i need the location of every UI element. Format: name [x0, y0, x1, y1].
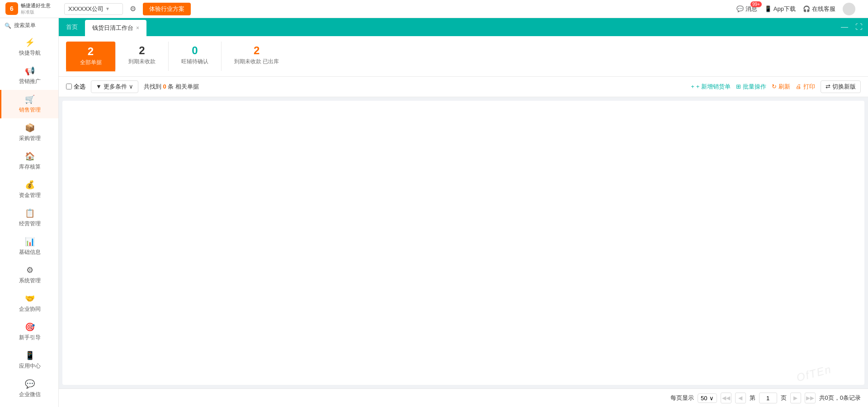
batch-icon: ⊞ [736, 83, 741, 90]
guide-icon: 🎯 [25, 322, 35, 332]
sidebar-item-basic[interactable]: 📊 基础信息 [0, 232, 58, 261]
found-count: 0 [163, 83, 166, 90]
search-menu-label: 搜索菜单 [14, 22, 36, 29]
first-page-button[interactable]: ◀◀ [721, 393, 731, 403]
app-name: 畅捷通好生意 [21, 2, 51, 9]
toolbar: 全选 ▼ 更多条件 ∨ 共找到 0 条 相关单据 + + 新增销货单 [59, 77, 868, 97]
content-area: 首页 钱货日清工作台 × — ⛶ 2 全部单据 2 到期未收款 [59, 18, 868, 407]
pagination: 每页显示 50 ∨ ◀◀ ◀ 第 页 ▶ ▶▶ 共0页，0条记录 [59, 388, 868, 407]
card-all[interactable]: 2 全部单据 [66, 42, 116, 71]
new-sale-label: + 新增销货单 [696, 83, 731, 91]
cooperation-icon: 🤝 [25, 294, 35, 304]
page-number-input[interactable] [759, 393, 777, 403]
per-page-label: 每页显示 [670, 394, 694, 402]
search-menu-btn[interactable]: 🔍 搜索菜单 [0, 18, 58, 33]
trial-button[interactable]: 体验行业方案 [143, 3, 191, 15]
app-download-link[interactable]: 📱 App下载 [764, 5, 796, 13]
tab-home-label: 首页 [66, 23, 78, 31]
batch-label: 批量操作 [743, 83, 766, 91]
found-text: 共找到 0 条 相关单据 [144, 83, 199, 91]
basic-label: 基础信息 [19, 248, 41, 256]
prev-page-button[interactable]: ◀ [735, 393, 746, 403]
app-download-label: App下载 [774, 5, 796, 13]
sales-icon: 🛒 [25, 94, 35, 104]
card-pending-number: 0 [192, 45, 198, 56]
filter-button[interactable]: ▼ 更多条件 ∨ [91, 80, 138, 93]
apps-label: 应用中心 [19, 362, 41, 370]
marketing-label: 营销推广 [19, 78, 41, 85]
marketing-icon: 📢 [25, 66, 35, 76]
select-all-label: 全选 [74, 83, 85, 91]
page-suffix: 页 [781, 394, 787, 402]
switch-label: 切换新版 [832, 83, 856, 91]
top-header: 6 畅捷通好生意 标准版 XXXXXX公司 ▼ ⚙ 体验行业方案 💬 消息 99… [0, 0, 868, 18]
sidebar-item-sales[interactable]: 🛒 销售管理 [0, 90, 58, 118]
sidebar-item-apps[interactable]: 📱 应用中心 [0, 346, 58, 374]
app-version: 标准版 [21, 9, 51, 15]
new-sale-button[interactable]: + + 新增销货单 [691, 83, 731, 91]
sidebar-item-guide[interactable]: 🎯 新手引导 [0, 318, 58, 346]
close-tab-icon[interactable]: × [136, 25, 139, 31]
refresh-icon: ↻ [772, 83, 777, 90]
per-page-selector[interactable]: 50 ∨ [698, 393, 717, 403]
message-area[interactable]: 💬 消息 99+ [736, 5, 757, 13]
card-overdue-uncollected[interactable]: 2 到期未收款 [116, 42, 169, 71]
switch-version-button[interactable]: ⇄ 切换新版 [821, 80, 861, 93]
select-all-input[interactable] [66, 84, 72, 89]
operations-label: 经营管理 [19, 220, 41, 228]
sidebar-item-cooperation[interactable]: 🤝 企业协同 [0, 289, 58, 318]
select-all-checkbox[interactable]: 全选 [66, 83, 85, 91]
found-suffix: 条 相关单据 [168, 83, 199, 90]
purchase-icon: 📦 [25, 123, 35, 133]
search-icon: 🔍 [5, 23, 11, 29]
filter-label: 更多条件 [104, 83, 127, 91]
card-pending-label: 旺辅待确认 [181, 58, 208, 65]
purchase-label: 采购管理 [19, 135, 41, 142]
per-page-chevron-icon: ∨ [709, 395, 714, 402]
table-area [62, 101, 864, 385]
card-overdue-shipped[interactable]: 2 到期未收款 已出库 [222, 42, 292, 71]
last-page-button[interactable]: ▶▶ [805, 393, 816, 403]
sidebar-item-finance[interactable]: 💰 资金管理 [0, 175, 58, 204]
next-page-button[interactable]: ▶ [790, 393, 801, 403]
guide-label: 新手引导 [19, 334, 41, 342]
chevron-down-icon: ▼ [105, 6, 110, 11]
sidebar-item-system[interactable]: ⚙ 系统管理 [0, 261, 58, 289]
sidebar-item-wechat[interactable]: 💬 企业微信 [0, 374, 58, 403]
basic-icon: 📊 [25, 237, 35, 247]
sidebar-item-marketing[interactable]: 📢 营销推广 [0, 61, 58, 90]
sidebar-item-purchase[interactable]: 📦 采购管理 [0, 118, 58, 147]
card-shipped-label: 到期未收款 已出库 [234, 58, 279, 65]
logo-area: 6 畅捷通好生意 标准版 [5, 2, 64, 15]
refresh-button[interactable]: ↻ 刷新 [772, 83, 790, 91]
system-label: 系统管理 [19, 277, 41, 285]
per-page-value: 50 [701, 395, 707, 402]
sidebar-items: ⚡ 快捷导航 📢 营销推广 🛒 销售管理 📦 采购管理 🏠 库存核算 💰 资金管… [0, 33, 58, 407]
inventory-icon: 🏠 [25, 151, 35, 161]
minimize-window-icon[interactable]: — [839, 22, 850, 33]
sidebar-item-quick-nav[interactable]: ⚡ 快捷导航 [0, 33, 58, 61]
company-selector[interactable]: XXXXXX公司 ▼ [64, 3, 123, 15]
settings-icon[interactable]: ⚙ [127, 3, 139, 15]
sidebar: 🔍 搜索菜单 ⚡ 快捷导航 📢 营销推广 🛒 销售管理 📦 采购管理 🏠 库存核… [0, 18, 59, 407]
chevron-filter-icon: ∨ [129, 83, 133, 90]
online-service-link[interactable]: 🎧 在线客服 [803, 5, 835, 13]
tab-controls: — ⛶ [839, 18, 868, 36]
tab-workbench[interactable]: 钱货日清工作台 × [85, 20, 146, 36]
avatar[interactable] [843, 3, 855, 15]
card-all-number: 2 [88, 46, 94, 57]
tab-home[interactable]: 首页 [59, 18, 85, 36]
message-icon: 💬 [736, 5, 744, 12]
quick-nav-label: 快捷导航 [19, 49, 41, 57]
sidebar-item-member[interactable]: 👑 畅会员 [0, 403, 58, 407]
batch-operation-button[interactable]: ⊞ 批量操作 [736, 83, 766, 91]
card-pending-confirm[interactable]: 0 旺辅待确认 [169, 42, 222, 71]
print-button[interactable]: 🖨 打印 [796, 83, 815, 91]
logo-text-block: 畅捷通好生意 标准版 [21, 2, 51, 15]
sidebar-item-inventory[interactable]: 🏠 库存核算 [0, 147, 58, 175]
card-overdue-number: 2 [139, 45, 145, 56]
maximize-window-icon[interactable]: ⛶ [854, 22, 864, 33]
headset-icon: 🎧 [803, 5, 810, 12]
sidebar-item-operations[interactable]: 📋 经营管理 [0, 204, 58, 232]
sales-label: 销售管理 [19, 106, 41, 114]
